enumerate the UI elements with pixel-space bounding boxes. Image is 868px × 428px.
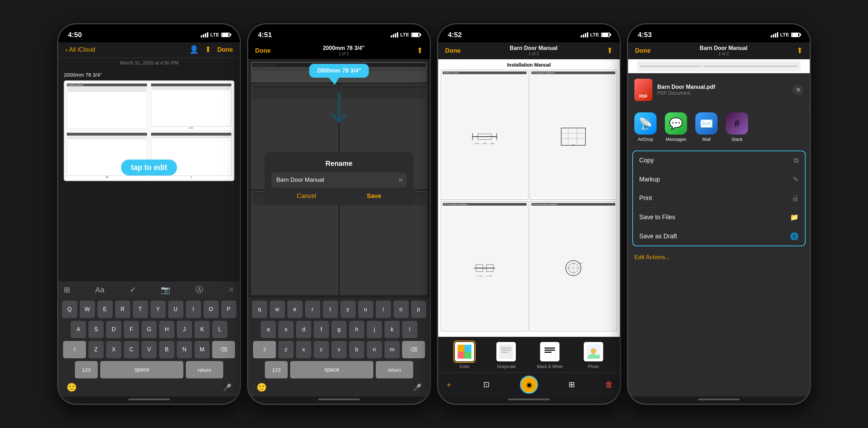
key-T[interactable]: T bbox=[133, 301, 148, 318]
key-n[interactable]: n bbox=[367, 341, 382, 358]
edit-actions-button[interactable]: Edit Actions... bbox=[628, 249, 810, 266]
rename-input[interactable] bbox=[275, 172, 398, 188]
key-x[interactable]: x bbox=[296, 341, 311, 358]
key-i[interactable]: i bbox=[376, 301, 391, 318]
filter-thumb-bw[interactable] bbox=[539, 341, 561, 363]
key-j[interactable]: j bbox=[367, 321, 382, 338]
action-copy[interactable]: Copy ⧉ bbox=[633, 151, 805, 170]
key-o[interactable]: o bbox=[393, 301, 409, 318]
key-z[interactable]: z bbox=[278, 341, 294, 358]
key-O[interactable]: O bbox=[203, 301, 219, 318]
filter-bw[interactable]: Black & White bbox=[537, 341, 563, 369]
key-A[interactable]: A bbox=[71, 321, 86, 338]
delete-icon[interactable]: 🗑 bbox=[605, 380, 613, 389]
key-W[interactable]: W bbox=[80, 301, 95, 318]
key-B[interactable]: B bbox=[159, 341, 174, 358]
key-w[interactable]: w bbox=[270, 301, 285, 318]
key-g[interactable]: g bbox=[331, 321, 347, 338]
share-app-messages[interactable]: 💬 Messages bbox=[665, 112, 687, 142]
mic-icon-1[interactable]: 🎤 bbox=[223, 383, 232, 392]
share-app-mail[interactable]: ✉️ Mail bbox=[695, 112, 718, 142]
key-c[interactable]: c bbox=[314, 341, 329, 358]
filter-color[interactable]: Color bbox=[453, 341, 476, 369]
key-a[interactable]: a bbox=[261, 321, 276, 338]
key-t[interactable]: t bbox=[323, 301, 338, 318]
key-shift[interactable]: ⇧ bbox=[63, 341, 86, 358]
pdf-done-2[interactable]: Done bbox=[255, 47, 271, 54]
key-J[interactable]: J bbox=[177, 321, 192, 338]
key-Y[interactable]: Y bbox=[150, 301, 166, 318]
filter-thumb-grayscale[interactable] bbox=[495, 341, 517, 363]
clear-input-icon[interactable]: ✕ bbox=[398, 176, 403, 184]
key-S[interactable]: S bbox=[88, 321, 104, 338]
key-K[interactable]: K bbox=[194, 321, 210, 338]
key-u[interactable]: u bbox=[358, 301, 373, 318]
key-return-2[interactable]: return bbox=[376, 361, 413, 378]
key-y[interactable]: y bbox=[340, 301, 356, 318]
key-L[interactable]: L bbox=[212, 321, 227, 338]
person-icon[interactable]: 👤 bbox=[189, 45, 199, 54]
action-save-files[interactable]: Save to Files 📁 bbox=[633, 208, 805, 227]
filter-photo[interactable]: Photo bbox=[582, 341, 605, 369]
share-app-airdrop[interactable]: 📡 AirDrop bbox=[634, 112, 657, 142]
key-D[interactable]: D bbox=[106, 321, 121, 338]
share-icon[interactable]: ⬆ bbox=[205, 45, 211, 54]
key-I[interactable]: I bbox=[186, 301, 201, 318]
pdf-share-icon-3[interactable]: ⬆ bbox=[607, 46, 613, 55]
table-icon[interactable]: ⊞ bbox=[64, 285, 70, 294]
key-v[interactable]: v bbox=[331, 341, 347, 358]
key-M[interactable]: M bbox=[194, 341, 210, 358]
peek-share[interactable]: ⬆ bbox=[797, 46, 803, 55]
action-save-draft[interactable]: Save as Draft 🌐 bbox=[633, 227, 805, 246]
key-H[interactable]: H bbox=[159, 321, 174, 338]
key-r[interactable]: r bbox=[305, 301, 320, 318]
key-h[interactable]: h bbox=[349, 321, 364, 338]
key-return[interactable]: return bbox=[186, 361, 223, 378]
key-e[interactable]: e bbox=[287, 301, 303, 318]
key-m[interactable]: m bbox=[384, 341, 400, 358]
markup-icon[interactable]: Ⓐ bbox=[196, 285, 203, 295]
save-button[interactable]: Save bbox=[367, 192, 381, 200]
key-space-2[interactable]: space bbox=[290, 361, 373, 378]
emoji-icon-1[interactable]: 🙂 bbox=[67, 383, 77, 392]
pdf-done-3[interactable]: Done bbox=[445, 47, 461, 54]
filter-grayscale[interactable]: Grayscale bbox=[495, 341, 517, 369]
key-123-2[interactable]: 123 bbox=[265, 361, 288, 378]
resize-icon[interactable]: ⊞ bbox=[568, 380, 575, 389]
key-E[interactable]: E bbox=[97, 301, 113, 318]
key-P[interactable]: P bbox=[221, 301, 236, 318]
font-icon[interactable]: Aa bbox=[95, 285, 104, 294]
share-app-slack[interactable]: # Slack bbox=[726, 112, 748, 142]
tap-to-edit-button[interactable]: tap to edit bbox=[121, 160, 177, 176]
done-button[interactable]: Done bbox=[217, 46, 233, 53]
key-s[interactable]: s bbox=[278, 321, 294, 338]
key-N[interactable]: N bbox=[177, 341, 192, 358]
filter-thumb-photo[interactable] bbox=[582, 341, 605, 363]
key-backspace-2[interactable]: ⌫ bbox=[402, 341, 425, 358]
key-123[interactable]: 123 bbox=[75, 361, 98, 378]
camera-icon[interactable]: 📷 bbox=[161, 285, 170, 294]
filter-thumb-color[interactable] bbox=[453, 341, 476, 363]
crop-icon[interactable]: ⊡ bbox=[483, 380, 489, 389]
action-markup[interactable]: Markup ✎ bbox=[633, 170, 805, 189]
filter-active-button[interactable]: ◉ bbox=[520, 376, 538, 394]
close-toolbar-icon[interactable]: ✕ bbox=[228, 285, 234, 294]
key-d[interactable]: d bbox=[296, 321, 311, 338]
notes-back-button[interactable]: ‹ All iCloud bbox=[65, 46, 95, 54]
mic-icon-2[interactable]: 🎤 bbox=[413, 383, 422, 392]
key-p[interactable]: p bbox=[411, 301, 426, 318]
key-shift-2[interactable]: ⇧ bbox=[253, 341, 276, 358]
key-R[interactable]: R bbox=[115, 301, 130, 318]
checkmark-icon[interactable]: ✓ bbox=[130, 285, 136, 294]
key-l[interactable]: l bbox=[402, 321, 417, 338]
key-V[interactable]: V bbox=[141, 341, 157, 358]
action-print[interactable]: Print 🖨 bbox=[633, 189, 805, 208]
key-space[interactable]: space bbox=[100, 361, 183, 378]
key-backspace[interactable]: ⌫ bbox=[212, 341, 235, 358]
key-q[interactable]: q bbox=[252, 301, 267, 318]
cancel-button[interactable]: Cancel bbox=[297, 192, 316, 200]
key-k[interactable]: k bbox=[384, 321, 400, 338]
add-icon[interactable]: ＋ bbox=[445, 379, 453, 390]
key-G[interactable]: G bbox=[141, 321, 157, 338]
key-C[interactable]: C bbox=[124, 341, 139, 358]
